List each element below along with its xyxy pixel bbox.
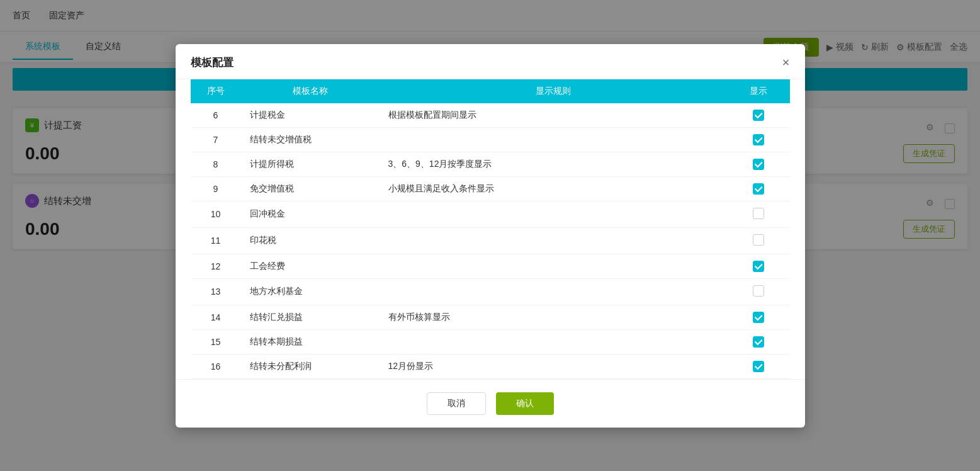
cell-rule-2: 3、6、9、12月按季度显示 <box>380 152 727 176</box>
cell-check-6 <box>727 254 790 278</box>
confirm-button[interactable]: 确认 <box>496 392 554 415</box>
checkbox-1[interactable] <box>753 134 764 145</box>
checkbox-4[interactable] <box>753 208 764 219</box>
table-row: 8计提所得税3、6、9、12月按季度显示 <box>191 152 790 176</box>
checkbox-6[interactable] <box>753 261 764 272</box>
cell-rule-9 <box>380 329 727 354</box>
table-row: 13地方水利基金 <box>191 278 790 305</box>
cell-check-5 <box>727 227 790 254</box>
config-table: 序号 模板名称 显示规则 显示 6计提税金根据模板配置期间显示7结转未交增值税8… <box>191 79 790 379</box>
cell-rule-0: 根据模板配置期间显示 <box>380 103 727 128</box>
checkbox-5[interactable] <box>753 234 764 246</box>
cancel-button[interactable]: 取消 <box>427 392 486 415</box>
cell-id-4: 10 <box>191 201 241 227</box>
cell-name-10: 结转未分配利润 <box>241 354 380 378</box>
table-row: 9免交增值税小规模且满足收入条件显示 <box>191 176 790 201</box>
cell-rule-5 <box>380 227 727 254</box>
cell-check-7 <box>727 278 790 305</box>
col-name: 模板名称 <box>241 79 380 103</box>
table-header-row: 序号 模板名称 显示规则 显示 <box>191 79 790 103</box>
table-row: 7结转未交增值税 <box>191 127 790 152</box>
cell-name-4: 回冲税金 <box>241 201 380 227</box>
cell-name-6: 工会经费 <box>241 254 380 278</box>
cell-id-0: 6 <box>191 103 241 128</box>
cell-rule-4 <box>380 201 727 227</box>
cell-id-3: 9 <box>191 176 241 201</box>
checkbox-10[interactable] <box>753 361 764 372</box>
cell-id-6: 12 <box>191 254 241 278</box>
table-row: 6计提税金根据模板配置期间显示 <box>191 103 790 128</box>
cell-rule-6 <box>380 254 727 278</box>
modal-table-container: 序号 模板名称 显示规则 显示 6计提税金根据模板配置期间显示7结转未交增值税8… <box>176 79 805 379</box>
cell-id-7: 13 <box>191 278 241 305</box>
table-row: 14结转汇兑损益有外币核算显示 <box>191 305 790 329</box>
modal-close-button[interactable]: × <box>782 56 790 69</box>
table-row: 15结转本期损益 <box>191 329 790 354</box>
checkbox-2[interactable] <box>753 159 764 170</box>
cell-rule-7 <box>380 278 727 305</box>
checkbox-8[interactable] <box>753 312 764 323</box>
cell-check-8 <box>727 305 790 329</box>
cell-name-5: 印花税 <box>241 227 380 254</box>
cell-name-0: 计提税金 <box>241 103 380 128</box>
cell-id-5: 11 <box>191 227 241 254</box>
cell-check-1 <box>727 127 790 152</box>
cell-check-0 <box>727 103 790 128</box>
modal-template-config: 模板配置 × 序号 模板名称 显示规则 显示 6计提税金根据模板配置期间显示7结… <box>176 44 805 428</box>
cell-check-4 <box>727 201 790 227</box>
cell-rule-1 <box>380 127 727 152</box>
table-row: 12工会经费 <box>191 254 790 278</box>
cell-id-9: 15 <box>191 329 241 354</box>
checkbox-0[interactable] <box>753 110 764 121</box>
table-row: 16结转未分配利润12月份显示 <box>191 354 790 378</box>
cell-check-9 <box>727 329 790 354</box>
cell-rule-3: 小规模且满足收入条件显示 <box>380 176 727 201</box>
col-display: 显示 <box>727 79 790 103</box>
cell-check-10 <box>727 354 790 378</box>
cell-check-2 <box>727 152 790 176</box>
cell-name-1: 结转未交增值税 <box>241 127 380 152</box>
cell-check-3 <box>727 176 790 201</box>
modal-footer: 取消 确认 <box>176 379 805 428</box>
cell-name-8: 结转汇兑损益 <box>241 305 380 329</box>
table-row: 11印花税 <box>191 227 790 254</box>
col-id: 序号 <box>191 79 241 103</box>
table-row: 10回冲税金 <box>191 201 790 227</box>
modal-header: 模板配置 × <box>176 44 805 79</box>
modal-title: 模板配置 <box>191 55 234 70</box>
cell-id-10: 16 <box>191 354 241 378</box>
col-rule: 显示规则 <box>380 79 727 103</box>
cell-rule-10: 12月份显示 <box>380 354 727 378</box>
cell-name-2: 计提所得税 <box>241 152 380 176</box>
modal-overlay: 模板配置 × 序号 模板名称 显示规则 显示 6计提税金根据模板配置期间显示7结… <box>0 0 980 471</box>
cell-name-3: 免交增值税 <box>241 176 380 201</box>
cell-id-2: 8 <box>191 152 241 176</box>
checkbox-7[interactable] <box>753 285 764 297</box>
checkbox-3[interactable] <box>753 183 764 195</box>
cell-id-1: 7 <box>191 127 241 152</box>
checkbox-9[interactable] <box>753 336 764 348</box>
cell-name-7: 地方水利基金 <box>241 278 380 305</box>
cell-rule-8: 有外币核算显示 <box>380 305 727 329</box>
cell-name-9: 结转本期损益 <box>241 329 380 354</box>
cell-id-8: 14 <box>191 305 241 329</box>
